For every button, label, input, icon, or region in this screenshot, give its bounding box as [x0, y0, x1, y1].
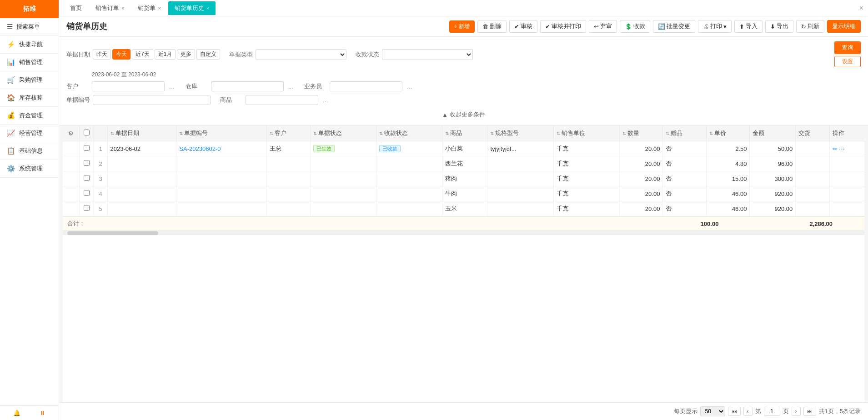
col-unit-price[interactable]: ⇅单价 — [706, 125, 750, 141]
pause-icon[interactable]: ⏸ — [40, 410, 45, 416]
warehouse-ellipsis[interactable]: ... — [286, 82, 296, 91]
tab-sales-goods[interactable]: 销货单 × — [131, 1, 167, 15]
page-size-select[interactable]: 50 100 200 — [700, 406, 725, 416]
row-checkbox[interactable] — [84, 175, 90, 181]
cell-doc-no[interactable] — [176, 156, 267, 171]
doc-type-select[interactable] — [256, 49, 346, 60]
sort-icon: ⇅ — [270, 131, 273, 136]
audit-print-button[interactable]: ✔ 审核并打印 — [540, 20, 586, 33]
import-button[interactable]: ⬆ 导入 — [734, 20, 763, 33]
sidebar-item-search-menu[interactable]: ☰ 搜索菜单 — [0, 18, 59, 36]
collapse-button[interactable]: ▲ 收起更多条件 — [66, 109, 861, 120]
settings-icon[interactable]: ⚙ — [68, 130, 74, 137]
last-page-button[interactable]: ⏭ — [803, 407, 816, 416]
cell-settings — [63, 201, 79, 216]
query-button[interactable]: 查询 — [834, 41, 861, 54]
row-checkbox[interactable] — [84, 160, 90, 166]
collect-status-label: 收款状态 — [356, 50, 379, 59]
cell-checkbox[interactable] — [79, 186, 94, 201]
col-gift[interactable]: ⇅赠品 — [663, 125, 707, 141]
current-page-input[interactable] — [764, 407, 780, 416]
date-btn-custom[interactable]: 自定义 — [196, 49, 220, 60]
cell-checkbox[interactable] — [79, 201, 94, 216]
sidebar-item-finance[interactable]: 💰 资金管理 — [0, 107, 59, 125]
col-settings[interactable]: ⚙ — [63, 125, 79, 141]
goods-ellipsis[interactable]: ... — [321, 95, 330, 105]
notification-icon[interactable]: 🔔 — [13, 410, 20, 416]
batch-change-button[interactable]: 🔄 批量变更 — [653, 20, 695, 33]
col-collect-status[interactable]: ⇅收款状态 — [376, 125, 442, 141]
date-btn-7days[interactable]: 近7天 — [132, 49, 153, 60]
delete-button[interactable]: 🗑 删除 — [477, 20, 507, 33]
collect-button[interactable]: 💲 收款 — [620, 20, 650, 33]
date-btn-today[interactable]: 今天 — [112, 49, 130, 60]
export-button[interactable]: ⬇ 导出 — [765, 20, 793, 33]
cell-doc-no[interactable] — [176, 201, 267, 216]
window-close-button[interactable]: × — [859, 4, 863, 12]
customer-ellipsis[interactable]: ... — [167, 82, 176, 91]
col-unit[interactable]: ⇅销售单位 — [553, 125, 619, 141]
abandon-button[interactable]: ↩ 弃审 — [589, 20, 617, 33]
more-action[interactable]: ⋯ — [839, 145, 845, 152]
cell-doc-no[interactable]: SA-20230602-0 — [176, 141, 267, 156]
col-doc-no[interactable]: ⇅单据编号 — [176, 125, 267, 141]
col-rownum — [94, 125, 107, 141]
edit-action[interactable]: ✏ — [833, 145, 838, 152]
select-all-checkbox[interactable] — [84, 130, 90, 135]
tab-sales-goods-close[interactable]: × — [158, 5, 161, 11]
first-page-button[interactable]: ⏮ — [728, 407, 741, 416]
doc-no-link[interactable]: SA-20230602-0 — [179, 145, 221, 152]
sidebar-item-inventory[interactable]: 🏠 库存核算 — [0, 89, 59, 107]
scrollbar-thumb[interactable] — [67, 231, 158, 235]
salesperson-ellipsis[interactable]: ... — [405, 82, 414, 91]
refresh-button[interactable]: ↻ 刷新 — [796, 20, 824, 33]
prev-page-button[interactable]: ‹ — [743, 407, 753, 416]
date-btn-yesterday[interactable]: 昨天 — [93, 49, 111, 60]
cell-doc-no[interactable] — [176, 186, 267, 201]
sidebar-item-operations[interactable]: 📈 经营管理 — [0, 125, 59, 142]
tab-sales-order[interactable]: 销售订单 × — [89, 1, 130, 15]
show-detail-button[interactable]: 显示明细 — [827, 20, 861, 33]
sidebar-item-sys-mgmt[interactable]: ⚙️ 系统管理 — [0, 160, 59, 178]
tab-sales-history-close[interactable]: × — [206, 5, 209, 11]
cell-checkbox[interactable] — [79, 156, 94, 171]
col-checkbox[interactable] — [79, 125, 94, 141]
row-checkbox[interactable] — [84, 205, 90, 211]
tab-sales-history[interactable]: 销货单历史 × — [168, 1, 216, 15]
date-btn-1month[interactable]: 近1月 — [155, 49, 176, 60]
doc-no-input[interactable] — [93, 95, 211, 105]
filter-section: 单据日期 昨天 今天 近7天 近1月 更多 自定义 单据类型 收款状态 — [59, 37, 868, 125]
next-page-button[interactable]: › — [792, 407, 801, 416]
goods-input[interactable] — [246, 95, 318, 105]
add-button[interactable]: + 新增 — [449, 20, 475, 33]
col-customer[interactable]: ⇅客户 — [267, 125, 311, 141]
sidebar-item-base-info[interactable]: 📋 基础信息 — [0, 142, 59, 160]
row-checkbox[interactable] — [84, 145, 90, 151]
horizontal-scrollbar[interactable] — [63, 230, 864, 235]
sidebar-item-sales-mgmt[interactable]: 📊 销售管理 — [0, 54, 59, 71]
warehouse-input[interactable] — [211, 81, 284, 91]
col-qty[interactable]: ⇅数量 — [619, 125, 663, 141]
tab-home[interactable]: 首页 — [64, 1, 88, 15]
print-button[interactable]: 🖨 打印 ▾ — [698, 20, 732, 33]
cell-checkbox[interactable] — [79, 171, 94, 186]
cell-doc-no[interactable] — [176, 171, 267, 186]
customer-input[interactable] — [92, 81, 165, 91]
print-icon: 🖨 — [703, 23, 709, 30]
col-doc-status[interactable]: ⇅单据状态 — [310, 125, 376, 141]
table-scroll[interactable]: ⚙ ⇅单据日期 ⇅单据编号 ⇅客户 — [63, 125, 864, 402]
tab-sales-order-close[interactable]: × — [121, 5, 124, 11]
col-doc-date[interactable]: ⇅单据日期 — [107, 125, 176, 141]
set-button[interactable]: 设置 — [834, 56, 861, 67]
row-checkbox[interactable] — [84, 190, 90, 196]
audit-button[interactable]: ✔ 审核 — [509, 20, 537, 33]
col-goods[interactable]: ⇅商品 — [442, 125, 487, 141]
sidebar-item-purchase-mgmt[interactable]: 🛒 采购管理 — [0, 71, 59, 89]
date-btn-more[interactable]: 更多 — [177, 49, 195, 60]
col-spec[interactable]: ⇅规格型号 — [487, 125, 553, 141]
collect-status-select[interactable] — [382, 49, 473, 60]
cell-qty: 20.00 — [619, 186, 663, 201]
salesperson-input[interactable] — [330, 81, 402, 91]
cell-checkbox[interactable] — [79, 141, 94, 156]
sidebar-item-quick-nav[interactable]: ⚡ 快捷导航 — [0, 36, 59, 54]
